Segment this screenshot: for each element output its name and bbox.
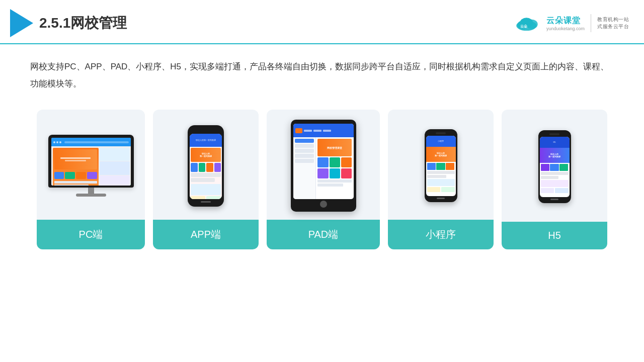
header-left: 2.5.1网校管理 <box>10 9 127 37</box>
card-app: 职达人的第一堂列推课 职达人的第一堂列推课 <box>153 110 259 249</box>
card-app-label: APP端 <box>153 220 259 249</box>
card-pc-label: PC端 <box>37 220 145 249</box>
header-right: 云朵 云朵课堂 yunduoketang.com 教育机构一站 式服务云平台 <box>513 14 629 32</box>
brand-url: yunduoketang.com <box>546 26 585 31</box>
brand-logo: 云朵 云朵课堂 yunduoketang.com 教育机构一站 式服务云平台 <box>513 14 629 32</box>
card-miniapp-image: 小程序 职达人的第一堂列推课 <box>388 110 494 220</box>
card-miniapp: 小程序 职达人的第一堂列推课 <box>388 110 494 249</box>
phone-mockup-icon: 职达人的第一堂列推课 职达人的第一堂列推课 <box>188 125 224 207</box>
svg-text:云朵: 云朵 <box>520 24 528 29</box>
cards-container: PC端 职达人的第一堂列推课 职达人的第一堂列推课 <box>0 98 644 264</box>
cloud-icon: 云朵 <box>513 14 543 32</box>
card-pad-image: 网校管理课堂 <box>267 110 380 220</box>
brand-tagline2: 式服务云平台 <box>597 23 629 30</box>
card-app-image: 职达人的第一堂列推课 职达人的第一堂列推课 <box>153 110 259 220</box>
card-pc: PC端 <box>37 110 145 249</box>
card-pad: 网校管理课堂 <box>267 110 380 249</box>
tablet-mockup-icon: 网校管理课堂 <box>291 120 356 212</box>
card-pc-image <box>37 110 145 220</box>
header: 2.5.1网校管理 云朵 云朵课堂 yunduoketang.com 教育机构一… <box>0 0 644 44</box>
miniapp-phone-icon: 小程序 职达人的第一堂列推课 <box>425 129 457 202</box>
page-title: 2.5.1网校管理 <box>39 14 127 33</box>
card-pad-label: PAD端 <box>267 220 380 249</box>
logo-triangle-icon <box>10 9 33 37</box>
pc-monitor-icon <box>48 135 134 197</box>
card-h5-label: H5 <box>502 222 607 249</box>
h5-phone-icon: H5 职达人的第一堂列推课 <box>538 130 571 203</box>
description-text: 网校支持PC、APP、PAD、小程序、H5，实现多端打通，产品各终端自由切换，数… <box>0 44 644 98</box>
brand-logo-icon: 云朵 云朵课堂 yunduoketang.com 教育机构一站 式服务云平台 <box>513 14 629 32</box>
card-h5: H5 职达人的第一堂列推课 <box>502 110 607 249</box>
card-h5-image: H5 职达人的第一堂列推课 <box>502 110 607 222</box>
brand-name: 云朵课堂 <box>546 16 581 26</box>
card-miniapp-label: 小程序 <box>388 220 494 249</box>
brand-tagline: 教育机构一站 <box>597 16 629 23</box>
